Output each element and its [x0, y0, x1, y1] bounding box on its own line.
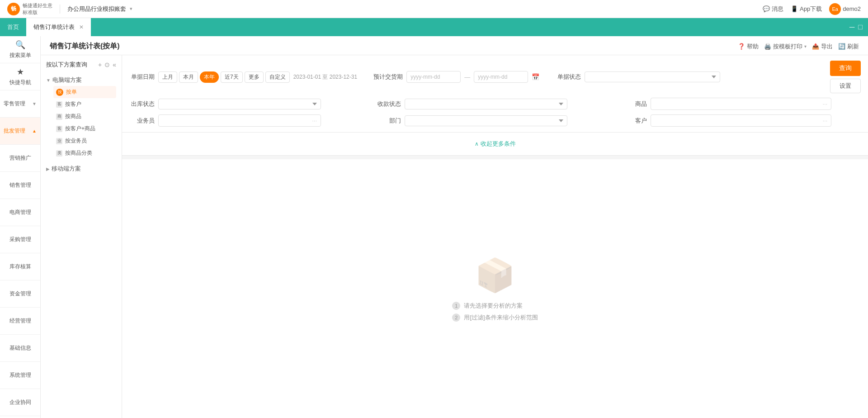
- date-filter-group: 单据日期 上月 本月 本年 近7天 更多 自定义 2023-01-01 至 20…: [129, 71, 357, 83]
- salesperson-dots-icon: ···: [312, 117, 317, 124]
- empty-tips: 1 请先选择要分析的方案 2 用[过滤]条件来缩小分析范围: [452, 302, 538, 322]
- dept-label: 部门: [376, 117, 401, 125]
- sidebar-item-operations[interactable]: 经营管理: [0, 308, 40, 335]
- tab-home[interactable]: 首页: [0, 18, 26, 36]
- top-bar-left: 畅 畅捷通好生意 标准版 办公用品行业模拟账套 ▾: [7, 2, 132, 15]
- filter-row-2: 出库状态 收款状态: [129, 98, 861, 110]
- date-btn-this-year[interactable]: 本年: [200, 71, 219, 83]
- sidebar-item-marketing[interactable]: 营销推广: [0, 145, 40, 172]
- scheme-item-by-order[interactable]: 按 按单: [53, 86, 116, 98]
- sidebar-item-inventory[interactable]: 库存核算: [0, 253, 40, 280]
- dropdown-icon[interactable]: ▾: [130, 6, 132, 12]
- date-btn-last-7days[interactable]: 近7天: [221, 71, 243, 83]
- scheme-item-by-customer-goods[interactable]: 客 按客户+商品: [53, 123, 116, 135]
- template-print-btn[interactable]: 🖨️ 按模板打印 ▾: [764, 43, 807, 51]
- date-btn-last-month[interactable]: 上月: [158, 71, 177, 83]
- filter-row-1: 单据日期 上月 本月 本年 近7天 更多 自定义 2023-01-01 至 20…: [129, 61, 861, 93]
- date-btn-custom[interactable]: 自定义: [265, 71, 290, 83]
- sidebar-item-new-guide[interactable]: 新手引导: [0, 416, 40, 418]
- message-icon: 💬: [763, 5, 770, 12]
- scheme-item-icon-by-cat: 类: [56, 150, 62, 157]
- scheme-add-icon[interactable]: +: [98, 61, 102, 68]
- content-area: 销售订单统计表(按单) ❓ 帮助 🖨️ 按模板打印 ▾ 📤 导出 🔄 刷新: [41, 36, 868, 418]
- refresh-btn[interactable]: 🔄 刷新: [838, 43, 859, 51]
- sidebar-item-purchase[interactable]: 采购管理: [0, 226, 40, 253]
- empty-tip-2: 2 用[过滤]条件来缩小分析范围: [452, 314, 538, 322]
- customer-dots-icon: ···: [823, 117, 828, 124]
- collapse-btn[interactable]: ∧ 收起更多条件: [122, 136, 868, 152]
- payment-status-label: 收款状态: [376, 100, 401, 108]
- sidebar-item-finance[interactable]: 资金管理: [0, 280, 40, 308]
- goods-input[interactable]: ···: [651, 98, 831, 110]
- search-menu-icon: 🔍: [15, 40, 25, 50]
- sidebar-item-system[interactable]: 系统管理: [0, 362, 40, 389]
- main-layout: 🔍 搜索菜单 ★ 快捷导航 零售管理 ▼ 批发管理 ▲ 营销推广 销售管理 电商…: [0, 36, 868, 418]
- search-button[interactable]: 查询: [830, 61, 861, 76]
- sidebar-item-ecommerce[interactable]: 电商管理: [0, 199, 40, 226]
- filter-conditions: 单据日期 上月 本月 本年 近7天 更多 自定义 2023-01-01 至 20…: [122, 55, 868, 133]
- sidebar: 🔍 搜索菜单 ★ 快捷导航 零售管理 ▼ 批发管理 ▲ 营销推广 销售管理 电商…: [0, 36, 41, 418]
- sidebar-item-basic-info[interactable]: 基础信息: [0, 335, 40, 362]
- ship-status-select[interactable]: [158, 99, 321, 109]
- page-header: 销售订单统计表(按单) ❓ 帮助 🖨️ 按模板打印 ▾ 📤 导出 🔄 刷新: [41, 36, 868, 55]
- expected-date-start[interactable]: [406, 71, 461, 83]
- scheme-category-mobile-header[interactable]: ▶ 移动端方案: [46, 163, 116, 175]
- salesperson-input[interactable]: ···: [158, 114, 321, 127]
- print-dropdown-icon: ▾: [804, 44, 807, 49]
- scheme-panel-icons: + ⊙ «: [98, 61, 116, 68]
- sidebar-item-enterprise[interactable]: 企业协同: [0, 389, 40, 416]
- salesperson-label: 业务员: [129, 117, 155, 125]
- calendar-icon-end[interactable]: 📅: [532, 73, 539, 81]
- page-header-actions: ❓ 帮助 🖨️ 按模板打印 ▾ 📤 导出 🔄 刷新: [738, 43, 859, 51]
- dept-select[interactable]: [405, 115, 567, 126]
- salesperson-group: 业务员 ···: [129, 114, 368, 127]
- user-avatar: Ea: [829, 3, 841, 15]
- scheme-panel-header: 按以下方案查询 + ⊙ «: [41, 59, 122, 72]
- customer-group: 客户 ···: [622, 114, 861, 127]
- scheme-item-by-salesperson[interactable]: 业 按业务员: [53, 135, 116, 147]
- logo-area: 畅 畅捷通好生意 标准版: [7, 2, 52, 15]
- sidebar-item-sales[interactable]: 销售管理: [0, 172, 40, 199]
- sidebar-item-quick-nav[interactable]: ★ 快捷导航: [0, 63, 40, 90]
- scheme-settings-icon[interactable]: ⊙: [104, 61, 110, 68]
- scheme-item-icon-by-customer: 客: [56, 101, 62, 108]
- help-btn[interactable]: ❓ 帮助: [738, 43, 759, 51]
- scheme-category-pc-header[interactable]: ▼ 电脑端方案: [46, 74, 116, 86]
- expected-date-label: 预计交货期: [373, 73, 403, 81]
- doc-status-select-wrap: [585, 71, 817, 82]
- tab-close-icon[interactable]: ✕: [79, 24, 84, 30]
- maximize-btn[interactable]: □: [858, 23, 863, 31]
- date-range-text: 2023-01-01 至 2023-12-31: [293, 73, 357, 81]
- filter-conditions-wrapper: 单据日期 上月 本月 本年 近7天 更多 自定义 2023-01-01 至 20…: [122, 55, 868, 156]
- expected-date-end[interactable]: [474, 71, 528, 83]
- top-bar: 畅 畅捷通好生意 标准版 办公用品行业模拟账套 ▾ 💬 消息 📱 App下载 E…: [0, 0, 868, 18]
- customer-input[interactable]: ···: [651, 114, 831, 127]
- export-btn[interactable]: 📤 导出: [812, 43, 833, 51]
- scheme-list-pc: 按 按单 客 按客户 商 按商品 客 按客户+商: [46, 86, 116, 159]
- tip-num-2: 2: [452, 314, 460, 322]
- doc-status-select[interactable]: [585, 71, 720, 82]
- date-btn-this-month[interactable]: 本月: [179, 71, 198, 83]
- settings-button[interactable]: 设置: [830, 79, 861, 93]
- sidebar-item-retail[interactable]: 零售管理 ▼: [0, 90, 40, 118]
- dept-group: 部门: [376, 115, 615, 126]
- sidebar-item-wholesale[interactable]: 批发管理 ▲: [0, 118, 40, 145]
- date-btn-more[interactable]: 更多: [245, 71, 264, 83]
- action-buttons: 查询 设置: [830, 61, 861, 93]
- scheme-item-by-customer[interactable]: 客 按客户: [53, 98, 116, 110]
- top-bar-right: 💬 消息 📱 App下载 Ea demo2: [763, 3, 861, 15]
- scheme-item-by-category[interactable]: 类 按商品分类: [53, 147, 116, 159]
- doc-status-group: 单据状态: [556, 71, 817, 82]
- scheme-item-by-goods[interactable]: 商 按商品: [53, 110, 116, 123]
- empty-state-icon: 📦: [475, 256, 515, 294]
- scheme-item-icon-by-order: 按: [56, 89, 63, 96]
- minimize-btn[interactable]: ─: [849, 23, 854, 31]
- user-area[interactable]: Ea demo2: [829, 3, 861, 15]
- app-download-btn[interactable]: 📱 App下载: [791, 5, 822, 13]
- payment-status-select[interactable]: [405, 99, 567, 109]
- scheme-collapse-icon[interactable]: «: [113, 61, 116, 68]
- message-btn[interactable]: 💬 消息: [763, 5, 783, 13]
- tab-sales-stat[interactable]: 销售订单统计表 ✕: [26, 18, 91, 36]
- goods-label: 商品: [622, 100, 647, 108]
- sidebar-item-search-menu[interactable]: 🔍 搜索菜单: [0, 36, 40, 63]
